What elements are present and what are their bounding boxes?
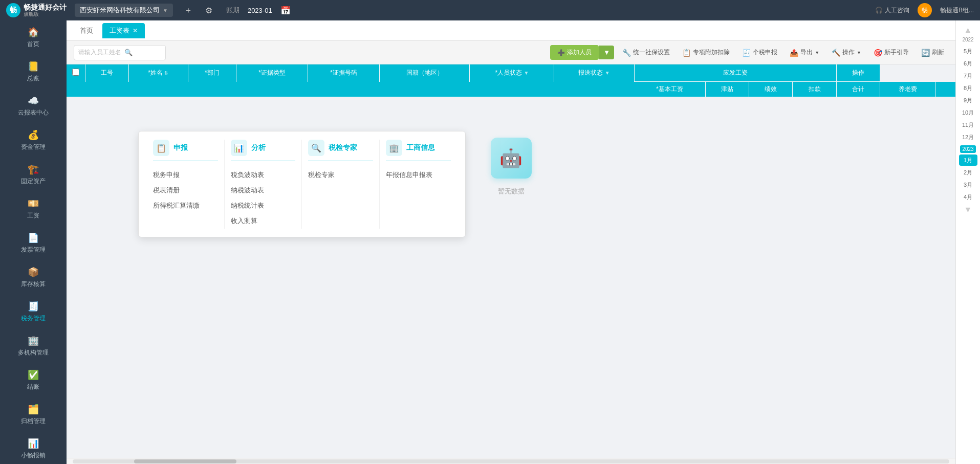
sidebar-label-archive: 归档管理 — [21, 417, 46, 426]
sidebar-item-ledger[interactable]: 📒 总账 — [0, 55, 67, 89]
guide-toolbar-icon: 🎯 — [874, 49, 882, 57]
select-all-checkbox[interactable] — [72, 69, 79, 76]
bottom-scrollbar[interactable] — [67, 458, 955, 464]
menu-item-tax-stats[interactable]: 纳税统计表 — [231, 198, 296, 213]
timeline-month-7[interactable]: 7月 — [959, 70, 977, 81]
special-deduct-btn[interactable]: 📋 专项附加扣除 — [678, 46, 734, 59]
sidebar-label-report: 小畅报销 — [21, 451, 46, 460]
timeline-month-11[interactable]: 11月 — [959, 119, 977, 130]
empty-robot-icon: 🤖 — [491, 138, 532, 179]
checkbox-all-th[interactable] — [67, 64, 85, 82]
sidebar-item-cloud[interactable]: ☁️ 云报表中心 — [0, 89, 67, 123]
guide-btn[interactable]: 🎯 新手引导 — [869, 46, 913, 59]
timeline-next-btn[interactable]: ▼ — [962, 203, 974, 216]
company-selector[interactable]: 西安虾米网络科技有限公司 ▼ — [75, 4, 173, 17]
th-base-salary: *基本工资 — [634, 82, 705, 97]
asset-icon: 🏗️ — [28, 164, 39, 175]
add-person-button[interactable]: ➕ 添加人员 — [550, 45, 599, 60]
topbar-actions: ＋ ⚙ 账期 2023-01 📅 — [181, 3, 291, 17]
add-person-label: 添加人员 — [567, 48, 592, 57]
menu-item-income-tax[interactable]: 所得税汇算清缴 — [153, 198, 218, 213]
social-security-btn[interactable]: 🔧 统一社保设置 — [618, 46, 674, 59]
sidebar-item-multi[interactable]: 🏢 多机构管理 — [0, 329, 67, 363]
toolbar: 请输入员工姓名 🔍 ➕ 添加人员 ▼ 🔧 统一社保设置 📋 专项 — [67, 41, 955, 64]
th-allowance: 津贴 — [705, 82, 749, 97]
sidebar-item-archive[interactable]: 🗂️ 归档管理 — [0, 397, 67, 432]
table-wrap[interactable]: 工号 *姓名 ⇅ *部门 *证据类型 *证据号码 国籍（地区） *人员状态 ▼ … — [67, 64, 955, 458]
th-id-type: *证据类型 — [236, 64, 308, 82]
refresh-btn[interactable]: 🔄 刷新 — [917, 46, 948, 59]
sidebar-item-invoice[interactable]: 📄 发票管理 — [0, 226, 67, 260]
add-person-btn-group[interactable]: ➕ 添加人员 ▼ — [550, 45, 614, 60]
sidebar-item-fund[interactable]: 💰 资金管理 — [0, 123, 67, 158]
tab-home-label: 首页 — [80, 27, 93, 34]
salary-icon: 💴 — [28, 198, 39, 209]
sidebar-label-cloud: 云报表中心 — [18, 108, 49, 117]
sidebar-item-asset[interactable]: 🏗️ 固定资产 — [0, 158, 67, 192]
timeline-prev-btn[interactable]: ▲ — [962, 24, 974, 37]
period-label: 账期 — [226, 6, 239, 15]
timeline-month-9[interactable]: 9月 — [959, 95, 977, 106]
special-deduct-icon: 📋 — [682, 49, 691, 57]
timeline-month-1[interactable]: 1月 — [959, 154, 977, 166]
sidebar-item-settle[interactable]: ✅ 结账 — [0, 363, 67, 397]
menu-item-tax-fluctuation[interactable]: 纳税波动表 — [231, 183, 296, 198]
export-icon: 📤 — [790, 49, 798, 57]
timeline-month-3[interactable]: 3月 — [959, 179, 977, 190]
sidebar-item-salary[interactable]: 💴 工资 — [0, 192, 67, 226]
th-pension: 养老费 — [880, 82, 935, 97]
calendar-icon[interactable]: 📅 — [280, 6, 291, 15]
timeline-month-4[interactable]: 4月 — [959, 191, 977, 203]
biz-section-icon: 🏢 — [386, 140, 402, 156]
timeline-month-8[interactable]: 8月 — [959, 82, 977, 94]
timeline-month-10[interactable]: 10月 — [959, 107, 977, 118]
menu-item-tax-list[interactable]: 税表清册 — [153, 183, 218, 198]
menu-item-tax-declare[interactable]: 税务申报 — [153, 167, 218, 183]
app-title: 畅捷通好会计 — [24, 3, 67, 12]
logo-icon: 畅 — [6, 3, 20, 17]
menu-item-tax-burden[interactable]: 税负波动表 — [231, 167, 296, 183]
timeline-month-12[interactable]: 12月 — [959, 131, 977, 143]
sidebar-item-report[interactable]: 📊 小畅报销 — [0, 432, 67, 464]
period-value: 2023-01 — [248, 7, 272, 14]
refresh-icon: 🔄 — [921, 49, 930, 57]
tab-salary[interactable]: 工资表 ✕ — [102, 23, 145, 38]
sidebar-label-ledger: 总账 — [27, 74, 39, 83]
add-company-button[interactable]: ＋ — [181, 3, 195, 17]
timeline-month-2[interactable]: 2月 — [959, 167, 977, 178]
search-icon: 🔍 — [124, 49, 133, 56]
search-input[interactable]: 请输入员工姓名 🔍 — [74, 45, 166, 60]
multi-icon: 🏢 — [28, 335, 39, 346]
declare-section-icon: 📋 — [153, 140, 169, 156]
tab-close-icon[interactable]: ✕ — [133, 27, 138, 34]
cloud-icon: ☁️ — [28, 95, 39, 106]
special-deduct-label: 专项附加扣除 — [693, 48, 730, 57]
user-avatar[interactable]: 畅 — [918, 3, 932, 17]
report-icon: 📊 — [28, 438, 39, 449]
menu-item-expert[interactable]: 税检专家 — [308, 167, 373, 183]
export-btn[interactable]: 📤 导出 ▼ — [786, 46, 823, 59]
sidebar-label-settle: 结账 — [27, 383, 39, 391]
menu-item-annual-report[interactable]: 年报信息申报表 — [386, 167, 451, 183]
sidebar-label-inventory: 库存核算 — [21, 280, 46, 289]
add-person-dropdown-icon[interactable]: ▼ — [599, 46, 614, 59]
operation-label: 操作 — [842, 48, 855, 57]
timeline-month-5[interactable]: 5月 — [959, 46, 977, 57]
export-chevron: ▼ — [815, 50, 819, 55]
tab-home[interactable]: 首页 — [73, 23, 100, 38]
menu-item-income-estimate[interactable]: 收入测算 — [231, 213, 296, 229]
timeline-month-6[interactable]: 6月 — [959, 58, 977, 69]
home-icon: 🏠 — [28, 27, 39, 38]
sidebar-item-inventory[interactable]: 📦 库存核算 — [0, 260, 67, 295]
operation-btn[interactable]: 🔨 操作 ▼ — [827, 46, 865, 59]
th-report-status: 报送状态 ▼ — [554, 64, 634, 82]
sidebar-item-home[interactable]: 🏠 首页 — [0, 20, 67, 55]
sidebar-label-multi: 多机构管理 — [18, 348, 49, 357]
personal-tax-btn[interactable]: 🧾 个税申报 — [738, 46, 781, 59]
sidebar-label-invoice: 发票管理 — [21, 246, 46, 254]
customer-service-button[interactable]: 🎧 人工咨询 — [875, 6, 909, 15]
th-deduct: 扣款 — [793, 82, 836, 97]
sidebar-item-tax[interactable]: 🧾 税务管理 — [0, 295, 67, 329]
settings-icon[interactable]: ⚙ — [202, 3, 216, 17]
refresh-label: 刷新 — [932, 48, 944, 57]
